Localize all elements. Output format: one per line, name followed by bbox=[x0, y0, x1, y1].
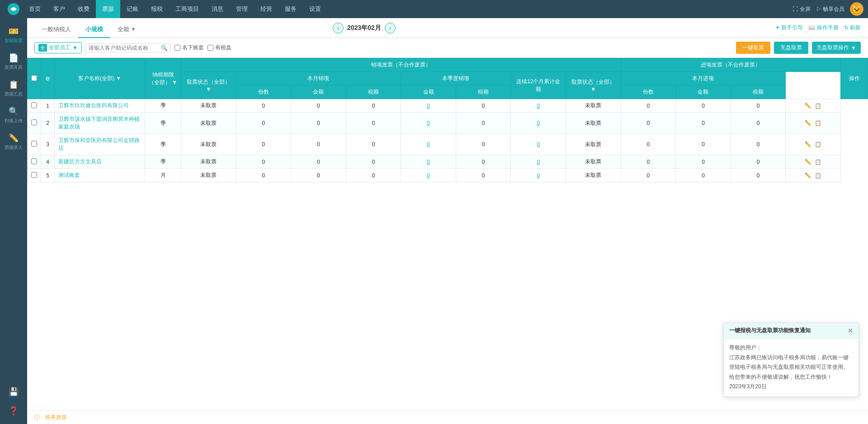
nav-manage[interactable]: 管理 bbox=[230, 0, 254, 18]
row-sale-quarter-amount-cell[interactable]: 0 bbox=[401, 113, 456, 134]
row-sale-12month-cell[interactable]: 0 bbox=[511, 99, 566, 113]
manual-link[interactable]: 📖 操作手册 bbox=[808, 24, 838, 32]
nav-billing[interactable]: 收费 bbox=[71, 0, 96, 18]
row-client-cell[interactable]: 新建区方方文具店 bbox=[55, 155, 145, 169]
row-sale-12month-cell[interactable]: 0 bbox=[511, 169, 566, 182]
issue-invoice-icon: 📄 bbox=[9, 53, 19, 63]
row-sale-status-cell: 未取票 bbox=[181, 134, 236, 155]
row-checkbox[interactable] bbox=[31, 172, 37, 178]
row-checkbox-cell[interactable] bbox=[28, 155, 41, 169]
notification-close-button[interactable]: ✕ bbox=[848, 327, 853, 334]
user-avatar[interactable]: 🐱 bbox=[850, 2, 863, 16]
invoice-table: ⚙ 客户名称(全部) ▼ 纳税期限（全部） ▼ 销项发票（不合作废票） 进项发票… bbox=[27, 58, 868, 182]
sidebar-item-scan-upload[interactable]: 🔍 扫描上传 bbox=[1, 103, 26, 128]
row-action-cell: ✏️ 📋 bbox=[786, 155, 841, 169]
row-sale-quarter-amount-cell[interactable]: 0 bbox=[401, 169, 456, 182]
action-header: 操作 bbox=[841, 58, 868, 99]
row-client-cell[interactable]: 卫辉市汲水镇下固润音阁营木种植家庭农场 bbox=[55, 113, 145, 134]
row-purchase-month-tax-cell: 0 bbox=[731, 113, 786, 134]
nav-client[interactable]: 客户 bbox=[47, 0, 71, 18]
row-checkbox-cell[interactable] bbox=[28, 99, 41, 113]
sidebar-item-issue-invoice[interactable]: 📄 发票开具 bbox=[1, 49, 26, 74]
row-view-icon[interactable]: 📋 bbox=[815, 172, 821, 179]
my-accounts-checkbox[interactable] bbox=[175, 45, 180, 51]
row-client-cell[interactable]: 卫辉市玖玖健合医药有限公司 bbox=[55, 99, 145, 113]
new-guide-link[interactable]: ✦ 新手引导 bbox=[775, 24, 803, 32]
row-sale-month-tax-cell: 0 bbox=[346, 134, 401, 155]
row-sale-quarter-amount-cell[interactable]: 0 bbox=[401, 134, 456, 155]
nav-business[interactable]: 工商项目 bbox=[169, 0, 205, 18]
row-view-icon[interactable]: 📋 bbox=[815, 103, 821, 109]
checkbox-my-accounts[interactable]: 名下账套 bbox=[175, 44, 204, 52]
tab-small-scale[interactable]: 小规模 bbox=[78, 22, 110, 38]
member-btn[interactable]: ▷ 畅享会员 bbox=[816, 5, 844, 13]
row-checkbox-cell[interactable] bbox=[28, 113, 41, 134]
row-edit-icon[interactable]: ✏️ bbox=[805, 141, 811, 148]
nav-service[interactable]: 服务 bbox=[278, 0, 303, 18]
row-client-cell[interactable]: 卫辉市保和堂医药有限公司走辖路店 bbox=[55, 134, 145, 155]
top-navigation: 首页 客户 收费 票据 记账 报税 工商项目 消息 管理 经营 服务 设置 ⛶ … bbox=[0, 0, 868, 18]
search-icon[interactable]: 🔍 bbox=[161, 45, 168, 51]
nav-home[interactable]: 首页 bbox=[23, 0, 47, 18]
row-edit-icon[interactable]: ✏️ bbox=[805, 172, 811, 179]
nav-settings[interactable]: 设置 bbox=[303, 0, 327, 18]
nav-invoice[interactable]: 票据 bbox=[96, 0, 120, 18]
row-no-cell: 4 bbox=[41, 155, 55, 169]
one-click-invoice-button[interactable]: 一键取票 bbox=[736, 42, 770, 54]
no-disk-invoice-button[interactable]: 无盘取票 bbox=[774, 42, 808, 54]
row-checkbox[interactable] bbox=[31, 102, 37, 108]
sidebar-item-download[interactable]: 💾 bbox=[1, 383, 26, 400]
tab-all[interactable]: 全能 ▼ bbox=[110, 22, 143, 38]
row-purchase-month-count-cell: 0 bbox=[621, 113, 676, 134]
sidebar-bottom: 💾 ❓ bbox=[1, 383, 26, 424]
row-view-icon[interactable]: 📋 bbox=[815, 120, 821, 126]
nav-message[interactable]: 消息 bbox=[205, 0, 230, 18]
nav-accounting[interactable]: 记账 bbox=[120, 0, 145, 18]
row-view-icon[interactable]: 📋 bbox=[815, 141, 821, 148]
sidebar-item-help[interactable]: ❓ bbox=[1, 402, 26, 419]
sale-quarter-header: 本季度销项 bbox=[401, 72, 511, 86]
employee-select-arrow: ▼ bbox=[72, 45, 78, 51]
row-checkbox[interactable] bbox=[31, 158, 37, 164]
row-purchase-status-cell: 未取票 bbox=[566, 169, 621, 182]
row-sale-quarter-amount-cell[interactable]: 0 bbox=[401, 99, 456, 113]
row-edit-icon[interactable]: ✏️ bbox=[805, 103, 811, 109]
has-taxdisk-checkbox[interactable] bbox=[208, 45, 213, 51]
nav-tax[interactable]: 报税 bbox=[145, 0, 169, 18]
nav-operation[interactable]: 经营 bbox=[254, 0, 278, 18]
period-prev-button[interactable]: ‹ bbox=[333, 23, 344, 33]
scan-upload-icon: 🔍 bbox=[9, 106, 19, 116]
app-logo bbox=[5, 0, 23, 18]
smart-invoice-icon: 🎫 bbox=[9, 26, 19, 36]
row-sale-12month-cell[interactable]: 0 bbox=[511, 113, 566, 134]
employee-select[interactable]: 全 全部员工 ▼ bbox=[34, 42, 82, 53]
row-sale-month-amount-cell: 0 bbox=[291, 99, 346, 113]
row-sale-status-cell: 未取票 bbox=[181, 169, 236, 182]
tax-policy-link[interactable]: 税务政策 bbox=[45, 414, 67, 421]
checkbox-has-taxdisk[interactable]: 有税盘 bbox=[208, 44, 231, 52]
row-checkbox[interactable] bbox=[31, 119, 37, 125]
sidebar-item-invoice-summary[interactable]: 📋 票据汇总 bbox=[1, 76, 26, 101]
row-action-cell: ✏️ 📋 bbox=[786, 134, 841, 155]
row-edit-icon[interactable]: ✏️ bbox=[805, 120, 811, 126]
row-client-cell[interactable]: 测试账套 bbox=[55, 169, 145, 182]
row-checkbox-cell[interactable] bbox=[28, 169, 41, 182]
row-checkbox[interactable] bbox=[31, 141, 37, 147]
select-all-checkbox[interactable] bbox=[31, 75, 37, 81]
sidebar-item-invoice-entry[interactable]: ✏️ 票据录入 bbox=[1, 129, 26, 154]
no-disk-ops-button[interactable]: 无盘取票操作 ▼ bbox=[812, 42, 861, 54]
row-sale-month-tax-cell: 0 bbox=[346, 155, 401, 169]
refresh-link[interactable]: ↻ 刷新 bbox=[844, 24, 861, 32]
period-next-button[interactable]: › bbox=[385, 23, 396, 33]
sidebar-item-smart-invoice[interactable]: 🎫 智能取票 bbox=[1, 23, 26, 48]
fullscreen-btn[interactable]: ⛶ 全屏 bbox=[793, 5, 810, 13]
search-input[interactable] bbox=[89, 45, 161, 51]
row-view-icon[interactable]: 📋 bbox=[815, 159, 821, 165]
row-edit-icon[interactable]: ✏️ bbox=[805, 159, 811, 165]
row-checkbox-cell[interactable] bbox=[28, 134, 41, 155]
tab-general-taxpayer[interactable]: 一般纳税人 bbox=[34, 22, 78, 38]
sale-quarter-amount-header: 金额 bbox=[401, 86, 456, 99]
row-sale-12month-cell[interactable]: 0 bbox=[511, 155, 566, 169]
row-sale-12month-cell[interactable]: 0 bbox=[511, 134, 566, 155]
row-sale-quarter-amount-cell[interactable]: 0 bbox=[401, 155, 456, 169]
